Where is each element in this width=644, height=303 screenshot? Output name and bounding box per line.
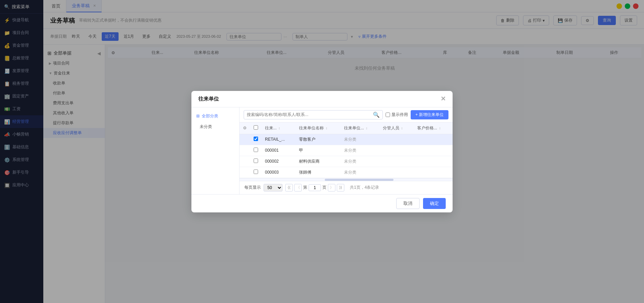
page-num-input[interactable] <box>309 184 321 191</box>
dialog-th-category: 往来单位... ↕ <box>341 123 379 134</box>
new-partner-btn[interactable]: + 新增往来单位 <box>411 110 448 119</box>
row-code-3: 000002 <box>262 156 296 167</box>
search-wrap: 🔍 <box>244 110 383 119</box>
select-all-checkbox[interactable] <box>254 125 258 130</box>
dialog-row-1[interactable]: RETAIL_... 零散客户 未分类 <box>240 134 453 145</box>
dialog-table-wrap: ⚙ 往来... ↕ 往来单位名称 ↕ 往来单位... ↕ 分管人员 ↕ 客户价格… <box>240 123 453 178</box>
dialog-th-code: 往来... ↕ <box>262 123 296 134</box>
row-name-2: 甲 <box>296 145 341 156</box>
row-name-1: 零散客户 <box>296 134 341 145</box>
scrollbar-thumb[interactable] <box>325 179 393 181</box>
dialog-row-2[interactable]: 000001 甲 未分类 <box>240 145 453 156</box>
dialog-categories: ⊞ 全部分类 未分类 <box>191 107 240 194</box>
dialog-th-gear[interactable]: ⚙ <box>240 123 250 134</box>
row-code-4: 000003 <box>262 167 296 178</box>
dialog-row-3[interactable]: 000002 材料供应商 未分类 <box>240 156 453 167</box>
row-check-4[interactable] <box>250 167 262 178</box>
dialog-close-btn[interactable]: ✕ <box>441 95 446 103</box>
search-icon: 🔍 <box>373 112 380 118</box>
grid-icon-small: ⊞ <box>196 114 200 118</box>
row-category-2: 未分类 <box>341 145 379 156</box>
row-gear-3 <box>240 156 250 167</box>
page-total: 共1页，4条记录 <box>350 185 379 190</box>
per-page-select[interactable]: 50 100 <box>264 184 282 191</box>
page-nav: ⟨⟨ 〈 第 页 〉 ⟩⟩ <box>285 184 344 191</box>
row-manager-4 <box>379 167 414 178</box>
show-disabled-label: 显示停用 <box>391 112 408 118</box>
dialog-search-input[interactable] <box>247 112 371 117</box>
row-name-4: 张師傅 <box>296 167 341 178</box>
dialog-header: 往来单位 ✕ <box>191 91 453 107</box>
dialog-pagination: 每页显示 50 100 ⟨⟨ 〈 第 页 〉 ⟩⟩ 共1页，4条记录 <box>240 181 453 194</box>
next-page-btn[interactable]: 〉 <box>328 184 335 191</box>
dialog-cat-sub[interactable]: 未分类 <box>191 121 239 132</box>
row-code-1: RETAIL_... <box>262 134 296 145</box>
cancel-btn[interactable]: 取消 <box>396 198 420 209</box>
dialog-footer: 取消 确定 <box>191 194 453 212</box>
dialog-th-manager: 分管人员 ↕ <box>379 123 414 134</box>
row-code-2: 000001 <box>262 145 296 156</box>
dialog-cat-all[interactable]: ⊞ 全部分类 <box>191 111 239 121</box>
dialog-toolbar: 🔍 显示停用 + 新增往来单位 <box>240 107 453 123</box>
row-category-3: 未分类 <box>341 156 379 167</box>
dialog-right: 🔍 显示停用 + 新增往来单位 ⚙ <box>240 107 453 194</box>
row-name-3: 材料供应商 <box>296 156 341 167</box>
dialog-table: ⚙ 往来... ↕ 往来单位名称 ↕ 往来单位... ↕ 分管人员 ↕ 客户价格… <box>240 123 453 178</box>
last-page-btn[interactable]: ⟩⟩ <box>337 184 344 191</box>
row-manager-3 <box>379 156 414 167</box>
dialog-th-check[interactable] <box>250 123 262 134</box>
row-check-1[interactable] <box>250 134 262 145</box>
prev-page-btn[interactable]: 〈 <box>294 184 302 191</box>
row-category-4: 未分类 <box>341 167 379 178</box>
row-category-1: 未分类 <box>341 134 379 145</box>
confirm-btn[interactable]: 确定 <box>423 198 446 209</box>
dialog-overlay: 往来单位 ✕ ⊞ 全部分类 未分类 🔍 <box>0 0 644 303</box>
row-price-2 <box>414 145 453 156</box>
row-manager-2 <box>379 145 414 156</box>
row-check-3[interactable] <box>250 156 262 167</box>
row-gear-1 <box>240 134 250 145</box>
per-page-label: 每页显示 <box>244 185 261 190</box>
dialog-th-name: 往来单位名称 ↕ <box>296 123 341 134</box>
show-disabled-checkbox[interactable] <box>386 113 390 117</box>
row-gear-2 <box>240 145 250 156</box>
row-gear-4 <box>240 167 250 178</box>
first-page-btn[interactable]: ⟨⟨ <box>285 184 293 191</box>
dialog-th-price: 客户价格... ↕ <box>414 123 453 134</box>
row-price-1 <box>414 134 453 145</box>
row-manager-1 <box>379 134 414 145</box>
page-label-pre: 第 <box>303 185 307 190</box>
dialog-row-4[interactable]: 000003 张師傅 未分类 <box>240 167 453 178</box>
page-label: 页 <box>322 185 326 190</box>
row-price-4 <box>414 167 453 178</box>
dialog-body: ⊞ 全部分类 未分类 🔍 显示停用 <box>191 107 453 194</box>
show-disabled-wrap: 显示停用 <box>386 112 408 118</box>
row-check-2[interactable] <box>250 145 262 156</box>
partner-dialog: 往来单位 ✕ ⊞ 全部分类 未分类 🔍 <box>191 91 453 212</box>
row-price-3 <box>414 156 453 167</box>
horizontal-scrollbar[interactable] <box>240 178 453 181</box>
dialog-title: 往来单位 <box>198 96 219 102</box>
